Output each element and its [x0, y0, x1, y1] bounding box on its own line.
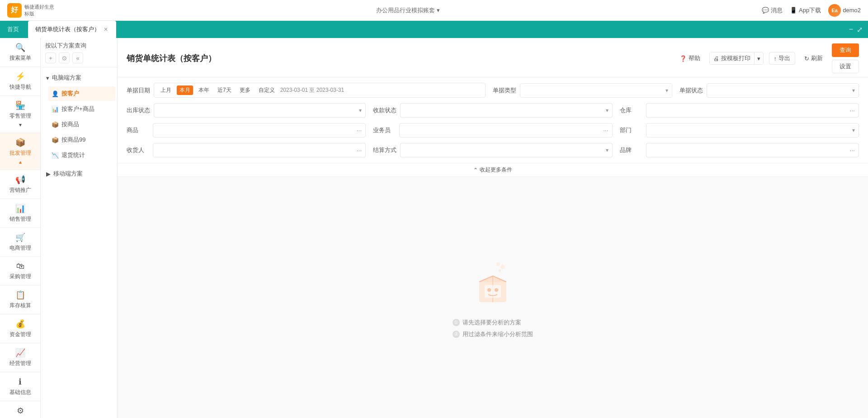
hint-text-2: 用过滤条件来缩小分析范围 [462, 330, 533, 338]
print-label: 按模板打印 [721, 54, 750, 62]
sidebar-item-operations[interactable]: 📈 经营管理 [0, 343, 40, 372]
product-control[interactable]: ··· [153, 123, 366, 138]
sidebar-item-inventory[interactable]: 📋 库存核算 [0, 285, 40, 314]
date-filter-label: 单据日期 [127, 86, 150, 95]
export-button[interactable]: ↑ 导出 [769, 52, 796, 65]
tab-minimize-icon[interactable]: − [849, 25, 853, 33]
print-dropdown-button[interactable]: ▾ [755, 53, 763, 64]
sidebar-item-sales[interactable]: 📊 销售管理 [0, 199, 40, 228]
sidebar-item-ecommerce[interactable]: 🛒 电商管理 [0, 228, 40, 257]
date-shortcut-7days[interactable]: 近7天 [215, 86, 234, 95]
sidebar-item-retail[interactable]: 🏪 零售管理 ▾ [0, 96, 40, 133]
out-status-label: 出库状态 [127, 106, 150, 114]
message-icon: 💬 [762, 7, 769, 14]
brand-control[interactable]: ··· [646, 143, 859, 157]
tab-expand-icon[interactable]: ⤢ [857, 25, 863, 34]
salesperson-control[interactable]: ··· [399, 123, 612, 138]
warehouse-control[interactable]: ··· [646, 103, 859, 118]
sidebar-item-system[interactable]: ⚙ 系统管理 [0, 401, 40, 418]
svg-point-4 [495, 288, 498, 292]
department-arrow-icon: ▾ [852, 127, 855, 133]
receipt-status-select[interactable]: ▾ [400, 103, 612, 118]
chevron-down-icon: ▾ [46, 75, 49, 81]
receiver-dots-icon[interactable]: ··· [357, 147, 362, 154]
date-shortcut-more[interactable]: 更多 [237, 86, 253, 95]
help-label: 帮助 [689, 54, 700, 62]
purchase-icon: 🛍 [16, 261, 24, 271]
sidebar-item-finance[interactable]: 💰 资金管理 [0, 314, 40, 343]
app-download-button[interactable]: 📱 App下载 [790, 6, 821, 14]
add-scheme-button[interactable]: + [45, 52, 56, 63]
marketing-icon: 📢 [15, 175, 25, 185]
scheme-by-product-99[interactable]: 📦 按商品99 [48, 133, 115, 147]
date-shortcut-last-month[interactable]: 上月 [158, 86, 174, 95]
settings-button[interactable]: 设置 [832, 60, 859, 73]
receiver-control[interactable]: ··· [153, 143, 366, 157]
collapse-bar[interactable]: ⌃ 收起更多条件 [118, 163, 868, 177]
sidebar-search-label: 搜索菜单 [9, 54, 31, 62]
product-dots-icon[interactable]: ··· [357, 127, 362, 134]
department-label: 部门 [620, 126, 642, 134]
content-area: 销货单统计表（按客户） ❓ 帮助 🖨 按模板打印 ▾ ↑ 导出 [118, 38, 868, 418]
sidebar-retail-label: 零售管理 [9, 112, 31, 120]
scheme-by-product[interactable]: 📦 按商品 [48, 117, 115, 132]
desktop-group: ▾ 电脑端方案 👤 按客户 📊 按客户+商品 📦 按商品 📦 [41, 67, 117, 166]
department-select[interactable]: ▾ [646, 123, 859, 138]
refresh-scheme-button[interactable]: ⊙ [59, 52, 70, 63]
doc-type-label: 单据类型 [493, 86, 516, 95]
export-icon: ↑ [774, 55, 777, 62]
industry-selector[interactable]: 办公用品行业模拟账套 ▾ [376, 6, 440, 14]
mobile-group-header[interactable]: ▶ 移动端方案 [41, 166, 117, 181]
sidebar-item-purchase[interactable]: 🛍 采购管理 [0, 257, 40, 285]
collapse-scheme-button[interactable]: « [72, 52, 83, 63]
system-icon: ⚙ [17, 406, 24, 416]
export-label: 导出 [778, 54, 790, 62]
empty-hint-1: ① 请先选择要分析的方案 [453, 318, 533, 327]
date-shortcut-this-month[interactable]: 本月 [177, 86, 193, 95]
query-button[interactable]: 查询 [832, 43, 859, 57]
settlement-arrow-icon: ▾ [606, 147, 609, 153]
doc-status-select[interactable]: ▾ [707, 83, 859, 98]
date-range-control[interactable]: 上月 本月 本年 近7天 更多 自定义 2023-03-01 至 2023-03… [154, 83, 486, 98]
sidebar-item-search[interactable]: 🔍 搜索菜单 [0, 38, 40, 67]
empty-state: ① 请先选择要分析的方案 ② 用过滤条件来缩小分析范围 [118, 177, 868, 418]
page-actions: ❓ 帮助 🖨 按模板打印 ▾ ↑ 导出 ↻ 刷新 [676, 43, 859, 73]
page-title: 销货单统计表（按客户） [127, 53, 216, 64]
sidebar-ecommerce-label: 电商管理 [9, 244, 31, 252]
help-button[interactable]: ❓ 帮助 [676, 52, 704, 64]
industry-dropdown-icon[interactable]: ▾ [437, 7, 440, 14]
sub-sidebar-title: 按以下方案查询 [45, 42, 113, 50]
scheme-return-stats-label: 退货统计 [61, 151, 85, 159]
tab-sales-stat[interactable]: 销货单统计表（按客户） ✕ [28, 21, 116, 38]
doc-type-select[interactable]: ▾ [520, 83, 672, 98]
sidebar-item-wholesale[interactable]: 📦 批发管理 ▴ [0, 133, 40, 170]
scheme-return-stats[interactable]: 📉 退货统计 [48, 148, 115, 162]
refresh-button[interactable]: ↻ 刷新 [801, 52, 826, 64]
scheme-by-customer[interactable]: 👤 按客户 [48, 86, 115, 101]
settlement-select[interactable]: ▾ [400, 143, 612, 157]
sidebar-item-marketing[interactable]: 📢 营销推广 [0, 170, 40, 199]
hint-text-1: 请先选择要分析的方案 [462, 318, 521, 327]
svg-point-5 [498, 269, 501, 272]
tab-home[interactable]: 首页 [0, 21, 26, 38]
ecommerce-icon: 🛒 [15, 233, 25, 242]
page-title-bar: 销货单统计表（按客户） ❓ 帮助 🖨 按模板打印 ▾ ↑ 导出 [118, 38, 868, 77]
doc-status-arrow-icon: ▾ [852, 87, 855, 94]
date-shortcut-this-year[interactable]: 本年 [196, 86, 212, 95]
salesperson-dots-icon[interactable]: ··· [603, 127, 609, 134]
scheme-by-customer-product[interactable]: 📊 按客户+商品 [48, 102, 115, 116]
date-shortcut-custom[interactable]: 自定义 [256, 86, 278, 95]
warehouse-dots-icon[interactable]: ··· [849, 107, 855, 114]
header-right: 💬 消息 📱 App下载 Ea demo2 [762, 4, 861, 17]
product-filter: 商品 ··· [127, 123, 366, 138]
user-menu[interactable]: Ea demo2 [828, 4, 861, 17]
desktop-group-header[interactable]: ▾ 电脑端方案 [41, 70, 117, 86]
print-button[interactable]: 🖨 按模板打印 [710, 52, 755, 64]
scheme-by-product-99-label: 按商品99 [61, 136, 85, 144]
sidebar-item-quick[interactable]: ⚡ 快捷导航 [0, 67, 40, 96]
out-status-select[interactable]: ▾ [154, 103, 366, 118]
sidebar-item-basics[interactable]: ℹ 基础信息 [0, 372, 40, 401]
brand-dots-icon[interactable]: ··· [849, 147, 855, 154]
tab-close-icon[interactable]: ✕ [103, 25, 109, 33]
message-button[interactable]: 💬 消息 [762, 6, 783, 14]
